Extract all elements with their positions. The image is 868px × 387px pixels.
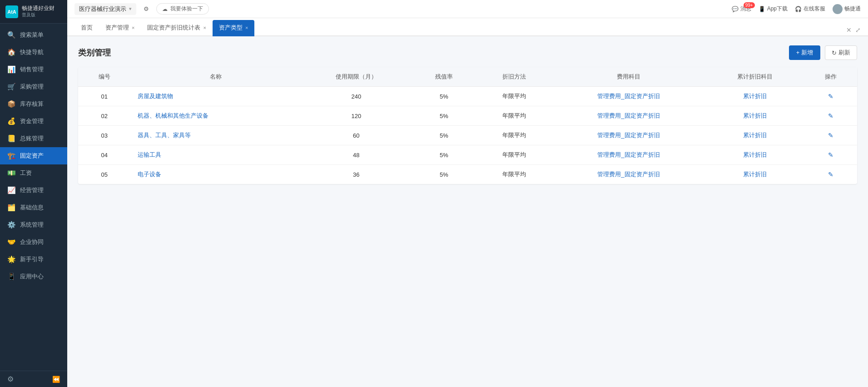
sidebar-item-system[interactable]: ⚙️ 系统管理 bbox=[0, 216, 67, 233]
sidebar-item-operations[interactable]: 📈 经营管理 bbox=[0, 182, 67, 199]
tab-home[interactable]: 首页 bbox=[74, 20, 99, 36]
sidebar-item-label: 库存核算 bbox=[20, 100, 44, 108]
sidebar-item-inventory[interactable]: 📦 库存核算 bbox=[0, 95, 67, 113]
topbar: 医疗器械行业演示 ▾ ⚙ ☁ 我要体验一下 💬 消息 99+ 📱 App下载 bbox=[67, 0, 868, 18]
experience-label: 我要体验一下 bbox=[170, 5, 203, 13]
user-menu[interactable]: 畅捷通 bbox=[833, 4, 861, 14]
cell-id: 05 bbox=[78, 165, 130, 184]
maximize-window-icon[interactable]: ⤢ bbox=[855, 26, 861, 34]
logo-icon: AtA bbox=[5, 5, 18, 18]
cell-method: 年限平均 bbox=[476, 126, 552, 145]
refresh-icon: ↻ bbox=[832, 50, 837, 56]
edit-button[interactable]: ✎ bbox=[828, 132, 833, 139]
app-name: 畅捷通好业财 bbox=[22, 5, 55, 12]
cell-residual: 5% bbox=[412, 145, 476, 165]
service-icon: 🎧 bbox=[795, 6, 802, 12]
cell-accum: 累计折旧 bbox=[705, 145, 804, 165]
cell-action: ✎ bbox=[804, 106, 857, 126]
cell-residual: 5% bbox=[412, 165, 476, 184]
sidebar-item-search[interactable]: 🔍 搜索菜单 bbox=[0, 26, 67, 44]
new-button[interactable]: + 新增 bbox=[789, 45, 820, 60]
industry-settings-button[interactable]: ⚙ bbox=[140, 3, 153, 15]
main-area: 医疗器械行业演示 ▾ ⚙ ☁ 我要体验一下 💬 消息 99+ 📱 App下载 bbox=[67, 0, 868, 387]
sidebar: AtA 畅捷通好业财 普及版 🔍 搜索菜单 🏠 快捷导航 📊 销售管理 🛒 采购… bbox=[0, 0, 67, 387]
ledger-icon: 📒 bbox=[7, 134, 15, 143]
col-period: 使用期限（月） bbox=[301, 67, 412, 87]
corp-icon: 🤝 bbox=[7, 238, 15, 246]
app-download-label: App下载 bbox=[767, 5, 788, 13]
tab-depreciation-stats-label: 固定资产折旧统计表 bbox=[147, 24, 200, 32]
close-window-icon[interactable]: ✕ bbox=[846, 26, 852, 34]
base-info-icon: 🗂️ bbox=[7, 203, 15, 212]
bottom-settings-icon[interactable]: ⚙ bbox=[7, 375, 14, 383]
sidebar-item-guide[interactable]: 🌟 新手引导 bbox=[0, 251, 67, 268]
edit-button[interactable]: ✎ bbox=[828, 151, 833, 159]
cell-accum: 累计折旧 bbox=[705, 126, 804, 145]
tab-assets-mgmt-close[interactable]: × bbox=[132, 25, 134, 30]
category-table: 编号 名称 使用期限（月） 残值率 折旧方法 费用科目 累计折旧科目 操作 01… bbox=[78, 67, 857, 184]
experience-icon: ☁ bbox=[162, 6, 168, 12]
sidebar-nav: 🔍 搜索菜单 🏠 快捷导航 📊 销售管理 🛒 采购管理 📦 库存核算 💰 资金管… bbox=[0, 24, 67, 371]
notification-button[interactable]: 💬 消息 99+ bbox=[732, 5, 751, 13]
cell-expense: 管理费用_固定资产折旧 bbox=[552, 145, 705, 165]
experience-button[interactable]: ☁ 我要体验一下 bbox=[156, 3, 209, 15]
edit-button[interactable]: ✎ bbox=[828, 93, 833, 100]
page-title: 类别管理 bbox=[78, 47, 111, 58]
refresh-button[interactable]: ↻ 刷新 bbox=[825, 45, 857, 60]
edit-button[interactable]: ✎ bbox=[828, 171, 833, 178]
sidebar-item-sales[interactable]: 📊 销售管理 bbox=[0, 61, 67, 78]
tab-asset-type[interactable]: 资产类型 × bbox=[213, 20, 254, 36]
sidebar-item-label: 应用中心 bbox=[20, 273, 44, 281]
tab-depreciation-stats-close[interactable]: × bbox=[203, 25, 206, 30]
table-row: 02 机器、机械和其他生产设备 120 5% 年限平均 管理费用_固定资产折旧 … bbox=[78, 106, 857, 126]
industry-selector[interactable]: 医疗器械行业演示 ▾ bbox=[74, 3, 136, 15]
notification-icon: 💬 bbox=[732, 6, 739, 12]
table-container: 编号 名称 使用期限（月） 残值率 折旧方法 费用科目 累计折旧科目 操作 01… bbox=[78, 67, 857, 184]
sidebar-item-payroll[interactable]: 💵 工资 bbox=[0, 164, 67, 182]
app-edition: 普及版 bbox=[22, 12, 55, 18]
capital-icon: 💰 bbox=[7, 117, 15, 125]
col-method: 折旧方法 bbox=[476, 67, 552, 87]
gear-icon: ⚙ bbox=[144, 5, 149, 12]
sidebar-bottom: ⚙ ⏪ bbox=[0, 371, 67, 387]
sidebar-item-label: 采购管理 bbox=[20, 83, 44, 91]
col-id: 编号 bbox=[78, 67, 130, 87]
sidebar-item-label: 经营管理 bbox=[20, 186, 44, 194]
online-service-button[interactable]: 🎧 在线客服 bbox=[795, 5, 825, 13]
sidebar-item-label: 工资 bbox=[20, 169, 32, 177]
cell-id: 02 bbox=[78, 106, 130, 126]
cell-id: 03 bbox=[78, 126, 130, 145]
home-icon: 🏠 bbox=[7, 48, 15, 56]
operations-icon: 📈 bbox=[7, 186, 15, 194]
cell-expense: 管理费用_固定资产折旧 bbox=[552, 87, 705, 106]
sidebar-item-label: 快捷导航 bbox=[20, 48, 44, 56]
table-row: 03 器具、工具、家具等 60 5% 年限平均 管理费用_固定资产折旧 累计折旧… bbox=[78, 126, 857, 145]
sidebar-item-base-info[interactable]: 🗂️ 基础信息 bbox=[0, 199, 67, 216]
cell-id: 01 bbox=[78, 87, 130, 106]
sidebar-collapse-icon[interactable]: ⏪ bbox=[52, 376, 60, 383]
sidebar-item-quicknav[interactable]: 🏠 快捷导航 bbox=[0, 44, 67, 61]
tabbar: 首页 资产管理 × 固定资产折旧统计表 × 资产类型 × ✕ ⤢ bbox=[67, 18, 868, 36]
col-accum: 累计折旧科目 bbox=[705, 67, 804, 87]
page-header: 类别管理 + 新增 ↻ 刷新 bbox=[78, 45, 857, 60]
sidebar-item-purchase[interactable]: 🛒 采购管理 bbox=[0, 78, 67, 95]
sidebar-item-appstore[interactable]: 📱 应用中心 bbox=[0, 268, 67, 285]
table-row: 01 房屋及建筑物 240 5% 年限平均 管理费用_固定资产折旧 累计折旧 ✎ bbox=[78, 87, 857, 106]
tab-depreciation-stats[interactable]: 固定资产折旧统计表 × bbox=[141, 20, 212, 36]
cell-name: 电子设备 bbox=[130, 165, 300, 184]
sidebar-item-capital[interactable]: 💰 资金管理 bbox=[0, 113, 67, 130]
tab-assets-mgmt[interactable]: 资产管理 × bbox=[99, 20, 141, 36]
sidebar-item-fixed-assets[interactable]: 🏗️ 固定资产 bbox=[0, 147, 67, 164]
cell-expense: 管理费用_固定资产折旧 bbox=[552, 106, 705, 126]
app-download-button[interactable]: 📱 App下载 bbox=[759, 5, 788, 13]
sidebar-item-corp[interactable]: 🤝 企业协同 bbox=[0, 233, 67, 251]
cell-expense: 管理费用_固定资产折旧 bbox=[552, 165, 705, 184]
tab-asset-type-close[interactable]: × bbox=[245, 25, 248, 30]
notification-badge: 99+ bbox=[744, 2, 755, 8]
sidebar-item-label: 企业协同 bbox=[20, 238, 44, 246]
edit-button[interactable]: ✎ bbox=[828, 112, 833, 119]
online-service-label: 在线客服 bbox=[804, 5, 825, 13]
sidebar-item-ledger[interactable]: 📒 总账管理 bbox=[0, 130, 67, 147]
tab-assets-mgmt-label: 资产管理 bbox=[105, 24, 129, 32]
cell-name: 房屋及建筑物 bbox=[130, 87, 300, 106]
